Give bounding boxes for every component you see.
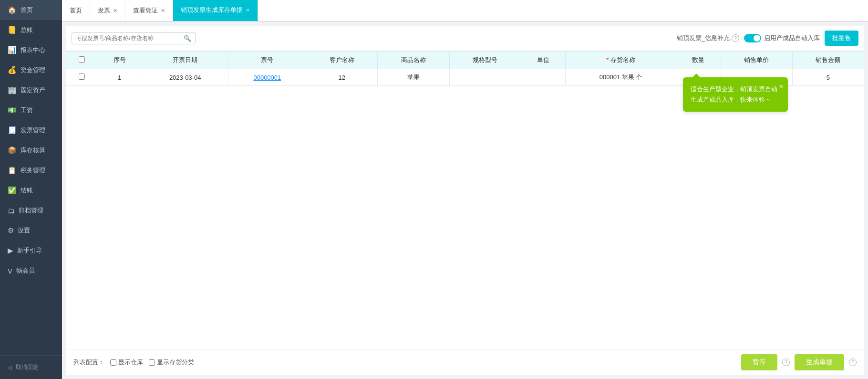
select-all-checkbox[interactable] (79, 56, 85, 63)
save-button[interactable]: 暂存 (741, 354, 777, 370)
show-category-checkbox[interactable] (149, 359, 155, 366)
th-customer: 客户名称 (306, 52, 378, 69)
main-area: 首页 发票 ✕ 查看凭证 ✕ 销顶发票生成库存单据 ✕ 🔍 销顶发票_信息补充 … (62, 0, 868, 379)
footer-buttons: 暂存 ? 生成单据 ? (741, 354, 857, 370)
th-seq: 序号 (97, 52, 142, 69)
batch-button[interactable]: 批量售 (825, 31, 858, 46)
row-checkbox-1[interactable] (79, 74, 85, 80)
th-unit: 单位 (521, 52, 566, 69)
th-ticket-no: 票号 (228, 52, 306, 69)
building-icon: 🏢 (8, 86, 17, 95)
table-header-row: 序号 开票日期 票号 客户名称 商品名称 规格型号 单位 * 存货名称 数量 销… (66, 52, 864, 69)
footer: 列表配置： 显示仓库 显示存货分类 暂存 ? 生成单据 ? (66, 349, 864, 375)
tab-stock-document[interactable]: 销顶发票生成库存单据 ✕ (173, 0, 258, 21)
sidebar-bottom: ◁ 取消固定 (0, 355, 62, 379)
unpin-icon: ◁ (8, 364, 12, 371)
content-area: 🔍 销顶发票_信息补充 ? 启用产成品自动入库 批量售 序号 开票日期 (66, 26, 864, 375)
sidebar-item-checkout[interactable]: ✅ 结账 (0, 180, 62, 200)
sidebar-item-invoice[interactable]: 🧾 发票管理 (0, 120, 62, 140)
list-config: 列表配置： 显示仓库 显示存货分类 (73, 358, 734, 367)
auto-warehouse-toggle[interactable] (744, 34, 761, 42)
sidebar-item-capital[interactable]: 💰 资金管理 (0, 60, 62, 80)
sidebar-item-fixed-assets[interactable]: 🏢 固定资产 (0, 80, 62, 100)
th-checkbox (66, 52, 97, 69)
sidebar-item-reports[interactable]: 📊 报表中心 (0, 40, 62, 60)
inventory-icon: 📦 (8, 146, 17, 155)
tab-invoice-close[interactable]: ✕ (113, 8, 117, 14)
settings-icon: ⚙ (8, 226, 14, 235)
th-date: 开票日期 (142, 52, 228, 69)
tooltip-box: | × 适合生产型企业，销顶发票自动生成产成品入库，快来体验～ (683, 77, 788, 112)
th-qty: 数量 (676, 52, 721, 69)
ticket-no-link[interactable]: 00000001 (253, 74, 281, 81)
toolbar: 🔍 销顶发票_信息补充 ? 启用产成品自动入库 批量售 (66, 26, 864, 51)
search-box[interactable]: 🔍 (72, 32, 196, 44)
invoice-icon: 🧾 (8, 126, 17, 135)
guide-icon: ▶ (8, 246, 13, 255)
search-icon: 🔍 (184, 35, 191, 42)
capital-icon: 💰 (8, 66, 17, 74)
search-input[interactable] (76, 35, 181, 42)
td-spec (449, 69, 521, 86)
th-amount: 销售金额 (792, 52, 864, 69)
sidebar: 🏠 首页 📒 总账 📊 报表中心 💰 资金管理 🏢 固定资产 💵 工资 🧾 发票… (0, 0, 62, 379)
sidebar-item-member[interactable]: V 畅会员 (0, 261, 62, 281)
sidebar-item-archive[interactable]: 🗂 归档管理 (0, 200, 62, 221)
th-product: 商品名称 (378, 52, 449, 69)
tab-home[interactable]: 首页 (62, 0, 90, 21)
th-unit-price: 销售单价 (721, 52, 792, 69)
th-spec: 规格型号 (449, 52, 521, 69)
tab-voucher[interactable]: 查看凭证 ✕ (125, 0, 173, 21)
td-seq: 1 (97, 69, 142, 86)
sidebar-item-payroll[interactable]: 💵 工资 (0, 100, 62, 120)
info-label: 销顶发票_信息补充 ? (677, 34, 739, 42)
show-warehouse-label[interactable]: 显示仓库 (110, 358, 143, 367)
td-date: 2023-03-04 (142, 69, 228, 86)
generate-button[interactable]: 生成单据 (795, 354, 844, 370)
sidebar-item-general-ledger[interactable]: 📒 总账 (0, 20, 62, 40)
td-product: 苹果 (378, 69, 449, 86)
td-unit (521, 69, 566, 86)
sidebar-item-settings[interactable]: ⚙ 设置 (0, 221, 62, 241)
td-customer: 12 (306, 69, 378, 86)
th-inventory: * 存货名称 (566, 52, 676, 69)
save-help-icon[interactable]: ? (782, 358, 790, 366)
tab-bar: 首页 发票 ✕ 查看凭证 ✕ 销顶发票生成库存单据 ✕ (62, 0, 868, 22)
sidebar-item-guide[interactable]: ▶ 新手引导 (0, 241, 62, 261)
td-ticket-no[interactable]: 00000001 (228, 69, 306, 86)
tab-stock-document-close[interactable]: ✕ (246, 7, 250, 13)
sidebar-item-tax[interactable]: 📋 税务管理 (0, 160, 62, 180)
info-help-icon[interactable]: ? (732, 34, 739, 42)
tab-voucher-close[interactable]: ✕ (161, 8, 165, 14)
report-icon: 📊 (8, 46, 17, 54)
generate-help-icon[interactable]: ? (849, 358, 857, 366)
tooltip-cursor: | (680, 84, 682, 97)
sidebar-item-home[interactable]: 🏠 首页 (0, 0, 62, 20)
td-checkbox (66, 69, 97, 86)
ledger-icon: 📒 (8, 26, 17, 34)
payroll-icon: 💵 (8, 106, 17, 115)
td-inventory[interactable]: 000001 苹果 个 (566, 69, 676, 86)
tab-invoice[interactable]: 发票 ✕ (90, 0, 125, 21)
archive-icon: 🗂 (8, 207, 15, 215)
show-category-label[interactable]: 显示存货分类 (149, 358, 194, 367)
member-icon: V (8, 267, 12, 275)
unpin-button[interactable]: ◁ 取消固定 (0, 359, 62, 375)
home-icon: 🏠 (8, 6, 17, 14)
checkout-icon: ✅ (8, 186, 17, 195)
toggle-label: 启用产成品自动入库 (744, 34, 820, 42)
td-amount: 5 (792, 69, 864, 86)
tooltip-close-button[interactable]: × (779, 81, 783, 93)
tax-icon: 📋 (8, 166, 17, 175)
show-warehouse-checkbox[interactable] (110, 359, 116, 366)
sidebar-item-inventory[interactable]: 📦 库存核算 (0, 140, 62, 160)
